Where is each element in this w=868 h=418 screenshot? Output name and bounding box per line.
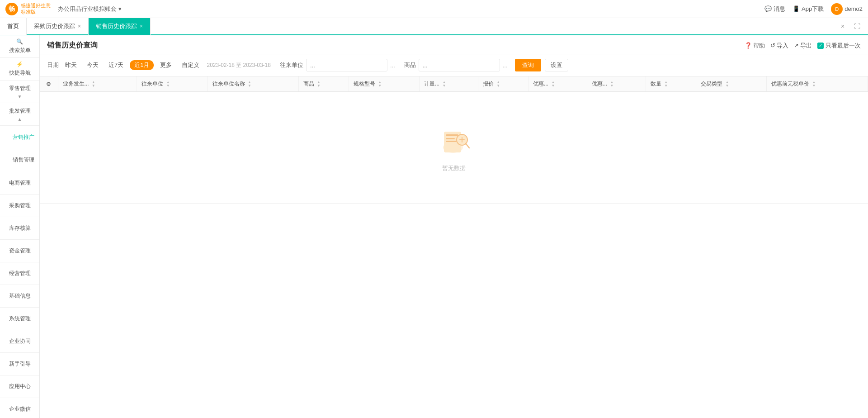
sidebar-item-operations[interactable]: 经营管理 (0, 262, 39, 285)
sidebar-item-marketing[interactable]: 营销推广 (7, 126, 39, 148)
chevron-down-icon: ▾ (118, 5, 122, 12)
sidebar-item-wechat[interactable]: 企业微信 (0, 398, 39, 418)
sort-spec-icon[interactable]: ▲▼ (378, 81, 382, 88)
th-pre-tax-price[interactable]: 优惠前无税单价 ▲▼ (767, 76, 868, 92)
retail-arrow-icon: ▼ (18, 94, 22, 99)
date-1month-btn[interactable]: 近1月 (130, 60, 154, 70)
svg-line-8 (466, 143, 469, 148)
top-bar: 畅 畅捷通好生意 标准版 办公用品行业模拟账套 ▾ 💬 消息 📱 App下载 D… (0, 0, 868, 18)
date-more-btn[interactable]: 更多 (156, 60, 175, 70)
account-dropdown[interactable]: 办公用品行业模拟账套 ▾ (58, 5, 122, 13)
main-layout: 🔍 搜索菜单 ⚡ 快捷导航 零售管理 ▼ 批发管理 ▲ 营销推广 销售管理 电商… (0, 35, 868, 418)
app-download-button[interactable]: 📱 App下载 (793, 5, 824, 13)
product-input[interactable] (419, 59, 500, 71)
last-record-checkbox[interactable] (817, 43, 824, 49)
empty-state: 暂无数据 (44, 95, 863, 200)
sort-price-icon[interactable]: ▲▼ (496, 81, 500, 88)
sort-unit-icon[interactable]: ▲▼ (442, 81, 446, 88)
th-discount2[interactable]: 优惠... ▲▼ (587, 76, 646, 92)
sidebar-item-retail[interactable]: 零售管理 ▼ (0, 81, 39, 103)
last-record-checkbox-area[interactable]: 只看最后一次 (817, 42, 861, 50)
search-icon: 🔍 (16, 38, 23, 45)
sidebar-item-app-center[interactable]: 应用中心 (0, 375, 39, 398)
help-button[interactable]: ❓ 帮助 (745, 42, 765, 50)
date-7days-btn[interactable]: 近7天 (105, 60, 127, 70)
sort-discount1-icon[interactable]: ▲▼ (551, 81, 555, 88)
logo-area: 畅 畅捷通好生意 标准版 (5, 3, 51, 15)
sidebar-item-inventory[interactable]: 库存核算 (0, 217, 39, 240)
sidebar-item-basic-info[interactable]: 基础信息 (0, 285, 39, 308)
sort-biz-date-icon[interactable]: ▲▼ (92, 81, 95, 88)
sidebar-item-quick-nav[interactable]: ⚡ 快捷导航 (0, 58, 39, 81)
partner-filter-label: 往来单位 (280, 61, 303, 69)
sort-trade-type-icon[interactable]: ▲▼ (725, 81, 729, 88)
fullscreen-button[interactable]: ⛶ (852, 21, 863, 32)
date-range-display: 2023-02-18 至 2023-03-18 (207, 62, 270, 69)
product-filter-group: 商品 ... (399, 59, 508, 71)
top-bar-left: 畅 畅捷通好生意 标准版 办公用品行业模拟账套 ▾ (5, 3, 122, 15)
sort-partner-icon[interactable]: ▲▼ (166, 81, 170, 88)
top-bar-right: 💬 消息 📱 App下载 D demo2 (764, 3, 863, 15)
sort-partner-name-icon[interactable]: ▲▼ (248, 81, 251, 88)
table-header-row: ⚙ 业务发生... ▲▼ 往来单位 ▲▼ 往来单位名称 ▲▼ (40, 76, 868, 92)
tab-home[interactable]: 首页 (0, 18, 27, 35)
sort-pre-tax-icon[interactable]: ▲▼ (812, 81, 816, 88)
sidebar-item-sales-mgmt[interactable]: 销售管理 (7, 148, 39, 171)
import-icon: ↺ (770, 42, 775, 49)
th-partner-code[interactable]: 往来单位 ▲▼ (137, 76, 208, 92)
message-button[interactable]: 💬 消息 (764, 5, 785, 13)
th-partner-name[interactable]: 往来单位名称 ▲▼ (208, 76, 298, 92)
tab-purchase-history[interactable]: 采购历史价跟踪 × (27, 18, 89, 35)
close-tab-action[interactable]: × (837, 21, 848, 32)
tab-bar: 首页 采购历史价跟踪 × 销售历史价跟踪 × × ⛶ (0, 18, 868, 35)
product-dots: ... (503, 62, 508, 69)
th-biz-date[interactable]: 业务发生... ▲▼ (58, 76, 137, 92)
th-trade-type[interactable]: 交易类型 ▲▼ (696, 76, 767, 92)
sidebar-item-search[interactable]: 🔍 搜索菜单 (0, 35, 39, 58)
th-discount1[interactable]: 优惠... ▲▼ (528, 76, 587, 92)
page-actions: ❓ 帮助 ↺ 导入 ↗ 导出 只看最后一次 (745, 42, 861, 50)
date-custom-btn[interactable]: 自定义 (178, 60, 203, 70)
sidebar-item-system[interactable]: 系统管理 (0, 308, 39, 330)
sidebar-item-ecommerce[interactable]: 电商管理 (0, 172, 39, 195)
sidebar-item-purchase[interactable]: 采购管理 (0, 195, 39, 217)
settings-button[interactable]: 设置 (545, 59, 568, 71)
sort-product-icon[interactable]: ▲▼ (317, 81, 321, 88)
tab-sales-history-close[interactable]: × (140, 23, 143, 29)
th-settings[interactable]: ⚙ (40, 76, 58, 92)
sort-quantity-icon[interactable]: ▲▼ (664, 81, 668, 88)
th-quantity[interactable]: 数量 ▲▼ (646, 76, 696, 92)
th-price[interactable]: 报价 ▲▼ (478, 76, 528, 92)
tab-sales-history[interactable]: 销售历史价跟踪 × (89, 18, 151, 35)
sidebar-item-guide[interactable]: 新手引导 (0, 353, 39, 375)
date-today-btn[interactable]: 今天 (83, 60, 102, 70)
product-filter-label: 商品 (404, 61, 416, 69)
download-icon: 📱 (793, 5, 800, 12)
export-button[interactable]: ↗ 导出 (794, 42, 812, 50)
sidebar-item-wholesale[interactable]: 批发管理 ▲ (0, 103, 39, 126)
gear-icon[interactable]: ⚙ (46, 81, 51, 87)
import-button[interactable]: ↺ 导入 (770, 42, 788, 50)
th-unit[interactable]: 计量... ▲▼ (420, 76, 478, 92)
date-yesterday-btn[interactable]: 昨天 (61, 60, 80, 70)
partner-filter-group: 往来单位 ... (274, 59, 395, 71)
tab-purchase-history-close[interactable]: × (78, 23, 81, 29)
tab-bar-actions: × ⛶ (837, 21, 868, 32)
table-container: ⚙ 业务发生... ▲▼ 往来单位 ▲▼ 往来单位名称 ▲▼ (40, 76, 868, 418)
sidebar-item-enterprise[interactable]: 企业协同 (0, 330, 39, 353)
sort-discount2-icon[interactable]: ▲▼ (610, 81, 613, 88)
export-icon: ↗ (794, 42, 799, 49)
message-icon: 💬 (764, 5, 772, 12)
sidebar: 🔍 搜索菜单 ⚡ 快捷导航 零售管理 ▼ 批发管理 ▲ 营销推广 销售管理 电商… (0, 35, 40, 418)
th-product[interactable]: 商品 ▲▼ (298, 76, 349, 92)
query-button[interactable]: 查询 (515, 59, 541, 71)
wholesale-arrow-icon: ▲ (18, 117, 22, 122)
user-menu[interactable]: D demo2 (831, 3, 863, 15)
sales-history-table: ⚙ 业务发生... ▲▼ 往来单位 ▲▼ 往来单位名称 ▲▼ (40, 76, 868, 204)
date-filter-group: 日期 昨天 今天 近7天 近1月 更多 自定义 (47, 60, 203, 70)
partner-input[interactable] (306, 59, 387, 71)
sidebar-item-finance[interactable]: 资金管理 (0, 240, 39, 262)
partner-dots: ... (390, 62, 395, 69)
th-spec[interactable]: 规格型号 ▲▼ (349, 76, 419, 92)
logo-text: 畅捷通好生意 标准版 (21, 3, 51, 14)
